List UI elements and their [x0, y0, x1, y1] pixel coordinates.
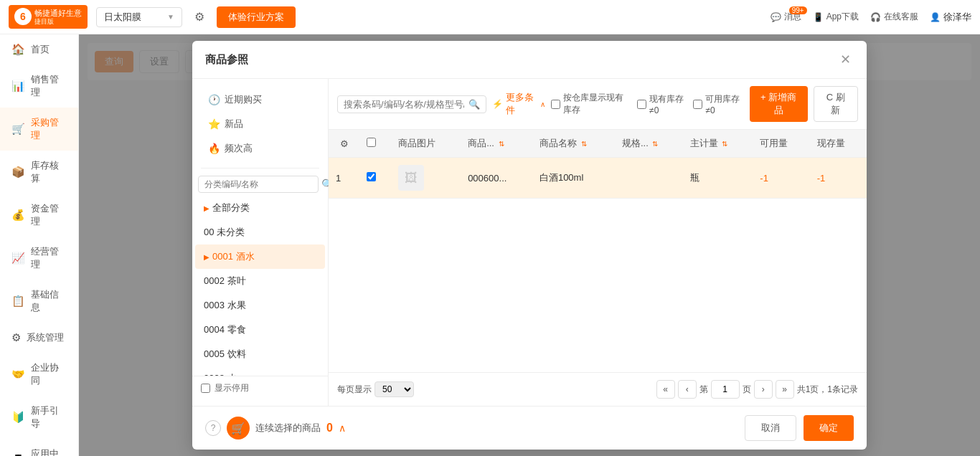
sidebar-item-apps[interactable]: 📱 应用中心 [0, 439, 78, 456]
sidebar-item-home[interactable]: 🏠 首页 [0, 34, 78, 65]
col-spec[interactable]: 规格... ⇅ [615, 130, 683, 158]
tab-frequent[interactable]: 🔥 频次高 [201, 136, 319, 161]
per-page-selector: 每页显示 50 20 100 [337, 381, 414, 397]
last-page-button[interactable]: » [776, 380, 794, 399]
store-dropdown[interactable]: 日太阳膜 ▼ [96, 7, 182, 27]
finance-icon: 💰 [11, 209, 25, 222]
existing-stock-checkbox[interactable] [637, 100, 646, 109]
product-search-box: 🔍 [337, 95, 486, 113]
operation-icon: 📈 [11, 252, 25, 265]
purchase-icon: 🛒 [11, 123, 25, 136]
category-all[interactable]: ▶ 全部分类 [195, 196, 325, 220]
top-nav: 6 畅捷通好生意 捷目版 日太阳膜 ▼ ⚙ 体验行业方案 💬 消息 99+ 📱 … [0, 0, 980, 34]
row-checkbox[interactable] [359, 158, 391, 199]
dropdown-arrow-icon: ▼ [167, 13, 174, 21]
sidebar-item-guide[interactable]: 🔰 新手引导 [0, 396, 78, 439]
system-icon: ⚙ [11, 331, 21, 344]
sidebar-item-sales[interactable]: 📊 销售管理 [0, 65, 78, 108]
row-unit: 瓶 [683, 158, 753, 199]
logo-text: 畅捷通好生意 捷目版 [34, 8, 82, 27]
inventory-icon: 📦 [11, 166, 25, 179]
filter-bar: 🔍 ⚡ 更多条件 ∧ 按仓库显示现有库存 [329, 79, 867, 130]
app-download-btn[interactable]: 📱 App下载 [813, 11, 859, 23]
selected-count: 0 [326, 422, 333, 434]
category-search-input[interactable] [198, 176, 319, 193]
select-all-checkbox[interactable] [367, 138, 376, 147]
row-name: 白酒100ml [532, 158, 615, 199]
sidebar-item-finance[interactable]: 💰 资金管理 [0, 194, 78, 237]
experience-button[interactable]: 体验行业方案 [217, 6, 296, 28]
user-info[interactable]: 👤 徐泽华 [930, 11, 971, 24]
confirm-button[interactable]: 确定 [804, 415, 854, 441]
service-btn[interactable]: 🎧 在线客服 [870, 11, 918, 23]
pagination-bar: 每页显示 50 20 100 « ‹ 第 [329, 372, 867, 406]
sidebar-item-operation[interactable]: 📈 经营管理 [0, 237, 78, 280]
col-code[interactable]: 商品... ⇅ [461, 130, 532, 158]
search-icon[interactable]: 🔍 [468, 99, 480, 110]
collapse-footer-button[interactable]: ∧ [339, 422, 346, 434]
col-unit[interactable]: 主计量 ⇅ [683, 130, 753, 158]
modal-header: 商品参照 ✕ [192, 41, 867, 79]
existing-stock-filter[interactable]: 现有库存≠0 [637, 93, 687, 115]
sidebar-item-system[interactable]: ⚙ 系统管理 [0, 323, 78, 353]
col-available: 可用量 [753, 130, 809, 158]
sidebar: 🏠 首页 📊 销售管理 🛒 采购管理 📦 库存核算 💰 资金管理 📈 经营管理 … [0, 34, 79, 456]
next-page-button[interactable]: › [754, 380, 773, 399]
col-settings[interactable]: ⚙ [329, 130, 359, 158]
row-available: -1 [753, 158, 809, 199]
product-thumbnail: 🖼 [398, 165, 424, 191]
available-stock-checkbox[interactable] [693, 100, 702, 109]
category-00[interactable]: 00 未分类 [195, 220, 325, 244]
col-checkbox-header[interactable] [359, 130, 391, 158]
logo[interactable]: 6 畅捷通好生意 捷目版 [9, 5, 88, 29]
sort-name-icon: ⇅ [581, 140, 587, 148]
sidebar-item-purchase[interactable]: 🛒 采购管理 [0, 108, 78, 151]
add-product-button[interactable]: + 新增商品 [750, 86, 808, 122]
category-0004[interactable]: 0004 零食 [195, 318, 325, 342]
message-btn[interactable]: 💬 消息 99+ [771, 11, 801, 23]
category-0002[interactable]: 0002 茶叶 [195, 269, 325, 293]
available-stock-filter[interactable]: 可用库存≠0 [693, 93, 743, 115]
row-image: 🖼 [391, 158, 461, 199]
col-image: 商品图片 [391, 130, 461, 158]
category-list: ▶ 全部分类 00 未分类 ▶ 0001 酒水 0002 茶 [192, 196, 328, 376]
recent-icon: 🕐 [208, 94, 220, 105]
product-search-input[interactable] [344, 99, 464, 110]
settings-icon[interactable]: ⚙ [188, 6, 211, 29]
page-number-input[interactable] [711, 380, 740, 399]
row-spec [615, 158, 683, 199]
table-row[interactable]: 1 🖼 000600... 白酒100ml 瓶 [329, 158, 867, 199]
show-disabled-row: 显示停用 [192, 376, 328, 400]
sidebar-item-basic-info[interactable]: 📋 基础信息 [0, 280, 78, 323]
col-name[interactable]: 商品名称 ⇅ [532, 130, 615, 158]
sidebar-item-inventory[interactable]: 📦 库存核算 [0, 151, 78, 194]
cart-button[interactable]: 🛒 [227, 417, 250, 440]
category-0003[interactable]: 0003 水果 [195, 293, 325, 318]
tab-new[interactable]: ⭐ 新品 [201, 112, 319, 136]
help-icon[interactable]: ? [205, 420, 221, 436]
filter-more-button[interactable]: ⚡ 更多条件 ∧ [492, 91, 545, 117]
active-arrow-icon: ▶ [204, 253, 209, 261]
per-page-select[interactable]: 50 20 100 [374, 381, 414, 397]
tab-recent[interactable]: 🕐 近期购买 [201, 87, 319, 112]
chevron-up-icon: ∧ [540, 100, 545, 108]
sidebar-item-enterprise[interactable]: 🤝 企业协同 [0, 353, 78, 396]
warehouse-checkbox[interactable] [551, 100, 560, 109]
category-0001[interactable]: ▶ 0001 酒水 [195, 244, 325, 269]
cancel-button[interactable]: 取消 [745, 415, 796, 441]
main-layout: 🏠 首页 📊 销售管理 🛒 采购管理 📦 库存核算 💰 资金管理 📈 经营管理 … [0, 34, 980, 456]
category-0008[interactable]: 0008 水 [195, 366, 325, 376]
sort-code-icon: ⇅ [499, 140, 504, 148]
modal-close-button[interactable]: ✕ [837, 51, 854, 68]
show-disabled-checkbox[interactable] [201, 384, 210, 393]
message-badge: 99+ [789, 6, 807, 14]
first-page-button[interactable]: « [656, 380, 675, 399]
selected-label: 连续选择的商品 [255, 422, 321, 434]
row-code: 000600... [461, 158, 532, 199]
modal-body: 🕐 近期购买 ⭐ 新品 🔥 频次高 [192, 79, 867, 406]
warehouse-filter[interactable]: 按仓库显示现有库存 [551, 92, 631, 116]
refresh-button[interactable]: C 刷新 [814, 86, 859, 122]
table-actions: + 新增商品 C 刷新 [750, 86, 858, 122]
category-0005[interactable]: 0005 饮料 [195, 342, 325, 366]
prev-page-button[interactable]: ‹ [678, 380, 697, 399]
